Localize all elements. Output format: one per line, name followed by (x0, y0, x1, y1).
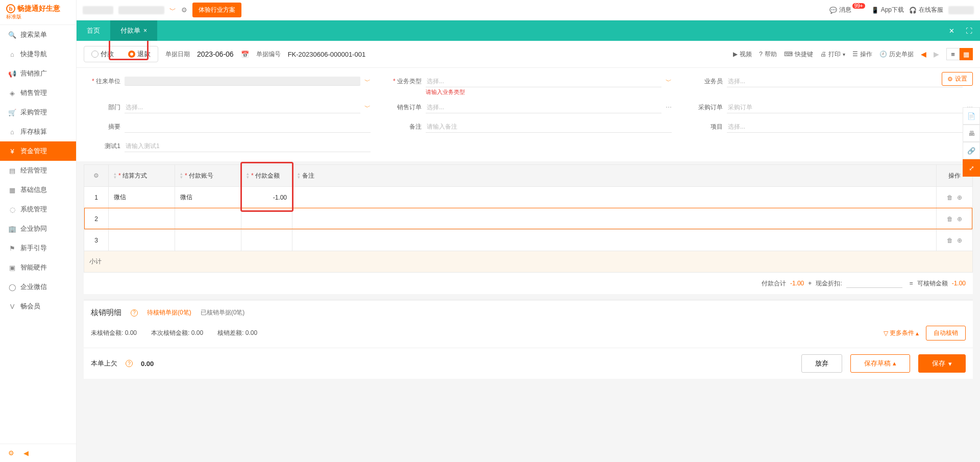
cell-settle[interactable] (109, 230, 175, 251)
purchorder-input[interactable] (727, 102, 963, 113)
save-button[interactable]: 保存▾ (918, 354, 966, 373)
cell-remark[interactable] (292, 208, 937, 229)
cell-settle[interactable]: 微信 (109, 187, 175, 208)
settings-button[interactable]: ⚙设置 (942, 72, 973, 86)
add-row-icon[interactable]: ⊕ (957, 215, 962, 223)
chevron-down-icon[interactable]: ﹀ (364, 103, 371, 112)
sidebar-item-inventory[interactable]: ⌂库存核算 (0, 122, 76, 141)
sidebar-item-finance[interactable]: ¥资金管理 (0, 141, 76, 161)
topbar-cs[interactable]: 🎧在线客服 (909, 6, 943, 14)
cell-account[interactable] (175, 230, 241, 251)
cell-settle[interactable] (109, 208, 175, 229)
next-doc-arrow[interactable]: ▶ (934, 50, 939, 58)
close-icon[interactable]: × (143, 27, 147, 34)
rail-note-icon[interactable]: 📄 (963, 107, 980, 125)
chevron-down-icon[interactable]: ﹀ (364, 77, 371, 86)
sidebar-item-guide[interactable]: ⚑新手引导 (0, 238, 76, 258)
page-tabs: 首页 付款单× ✕ ⛶ (77, 20, 980, 41)
prev-doc-arrow[interactable]: ◀ (921, 50, 926, 58)
dept-input[interactable] (125, 102, 360, 113)
rail-link-icon[interactable]: 🔗 (963, 142, 980, 159)
cell-remark[interactable] (292, 187, 937, 208)
cell-account[interactable]: 微信 (175, 187, 241, 208)
help-icon[interactable]: ? (126, 360, 133, 367)
calendar-icon[interactable]: 📅 (241, 51, 249, 58)
date-value[interactable]: 2023-06-06 (197, 50, 234, 58)
delete-icon[interactable]: 🗑 (947, 194, 953, 201)
help-icon[interactable]: ? (131, 309, 138, 317)
sidebar-item-member[interactable]: V畅会员 (0, 297, 76, 316)
gear-icon[interactable]: ⚙ (181, 6, 187, 14)
th-settle[interactable]: ▴▾结算方式 (109, 165, 175, 186)
add-row-icon[interactable]: ⊕ (957, 194, 962, 201)
stat-unverified: 未核销金额: 0.00 (91, 329, 137, 337)
sidebar-item-hardware[interactable]: ▣智能硬件 (0, 258, 76, 277)
tabs-close-all[interactable]: ✕ (944, 23, 959, 38)
view-list[interactable]: ≡ (946, 48, 960, 60)
remark-input[interactable] (426, 121, 672, 133)
cell-amount[interactable]: -1.00 (241, 187, 292, 208)
sidebar-item-business[interactable]: ▤经营管理 (0, 161, 76, 180)
tab-done[interactable]: 已核销单据(0笔) (201, 308, 245, 317)
add-row-icon[interactable]: ⊕ (957, 237, 962, 244)
sidebar-item-basedata[interactable]: ▦基础信息 (0, 180, 76, 200)
sidebar-item-quicknav[interactable]: ⌂快捷导航 (0, 44, 76, 64)
delete-icon[interactable]: 🗑 (947, 215, 953, 223)
project-input[interactable] (727, 121, 963, 133)
table-row[interactable]: 3 🗑⊕ (84, 229, 972, 251)
partner-input[interactable] (125, 77, 360, 86)
sidebar-item-search[interactable]: 🔍搜索菜单 (0, 25, 76, 44)
table-row[interactable]: 1 微信 微信 -1.00 🗑⊕ (84, 186, 972, 208)
radio-refund[interactable]: 退款 (121, 46, 158, 62)
table-gear[interactable]: ⚙ (84, 165, 109, 186)
table-row[interactable]: 2 🗑⊕ (84, 208, 972, 229)
view-detail[interactable]: ▦ (960, 48, 973, 60)
more-icon[interactable]: ⋯ (666, 104, 672, 111)
trial-button[interactable]: 体验行业方案 (192, 3, 241, 17)
settings-icon[interactable]: ⚙ (8, 449, 14, 457)
cell-amount[interactable] (241, 208, 292, 229)
rail-print-icon[interactable]: 🖶 (963, 125, 980, 142)
topbar-app[interactable]: 📱App下载 (871, 6, 904, 14)
sidebar-item-sales[interactable]: ◈销售管理 (0, 83, 76, 103)
field-label: 销售订单 (385, 103, 422, 112)
sidebar-item-marketing[interactable]: 📢营销推广 (0, 64, 76, 83)
cell-remark[interactable] (292, 230, 937, 251)
radio-pay[interactable]: 付款 (84, 46, 121, 62)
th-amount[interactable]: ▴▾付款金额 (241, 165, 292, 186)
sidebar-item-purchase[interactable]: 🛒采购管理 (0, 103, 76, 122)
discard-button[interactable]: 放弃 (801, 354, 842, 373)
delete-icon[interactable]: 🗑 (947, 237, 953, 244)
topbar-messages[interactable]: 💬消息99+ (829, 6, 866, 14)
test1-input[interactable] (125, 140, 371, 152)
discount-input[interactable] (846, 279, 902, 288)
summary-input[interactable] (125, 121, 371, 133)
toolbar-history[interactable]: 🕘历史单据 (879, 50, 914, 59)
auto-verify-button[interactable]: 自动核销 (926, 326, 966, 341)
toolbar-action[interactable]: ☰操作 (852, 50, 872, 59)
more-conditions[interactable]: ▽更多条件▴ (884, 329, 919, 337)
tab-payment[interactable]: 付款单× (110, 20, 157, 41)
salesorder-input[interactable] (426, 102, 662, 113)
rail-expand-icon[interactable]: ⤢ (963, 159, 980, 177)
fullscreen-icon[interactable]: ⛶ (962, 23, 976, 38)
toolbar-help[interactable]: ?帮助 (759, 50, 777, 59)
collapse-icon[interactable]: ◀ (23, 449, 29, 457)
th-account[interactable]: ▴▾付款账号 (175, 165, 241, 186)
sidebar-item-system[interactable]: ◌系统管理 (0, 200, 76, 219)
cell-amount[interactable] (241, 230, 292, 251)
chevron-down-icon[interactable]: ﹀ (169, 6, 176, 15)
toolbar-video[interactable]: ▶视频 (733, 50, 752, 59)
tab-pending[interactable]: 待核销单据(0笔) (147, 308, 191, 317)
biztype-input[interactable] (426, 76, 662, 87)
toolbar-print[interactable]: 🖨打印▾ (820, 50, 845, 59)
tab-home[interactable]: 首页 (77, 20, 110, 41)
sidebar-item-wechat[interactable]: ◯企业微信 (0, 277, 76, 297)
cell-account[interactable] (175, 208, 241, 229)
th-remark[interactable]: ▴▾备注 (292, 165, 937, 186)
chevron-down-icon[interactable]: ﹀ (666, 77, 672, 86)
save-draft-button[interactable]: 保存草稿 ▴ (850, 354, 910, 373)
sidebar-item-collab[interactable]: 🏢企业协同 (0, 219, 76, 238)
salesman-input[interactable] (727, 76, 963, 87)
toolbar-shortcut[interactable]: ⌨快捷键 (784, 50, 813, 59)
